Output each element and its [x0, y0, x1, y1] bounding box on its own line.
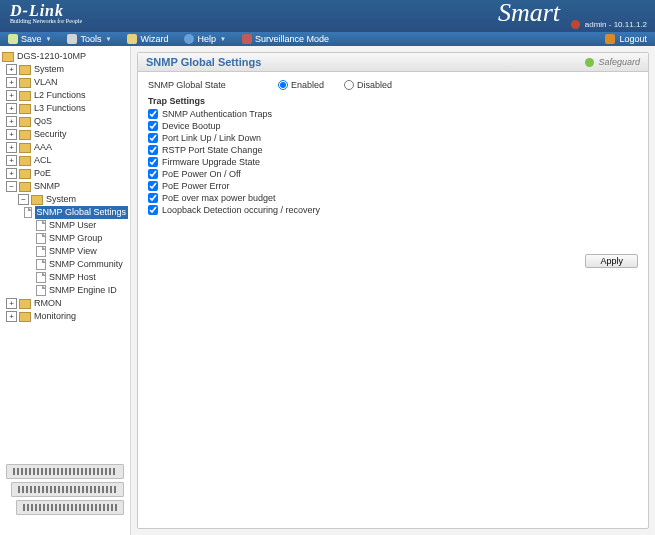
tree-root[interactable]: DGS-1210-10MP [2, 50, 128, 63]
tree-item-l3-functions[interactable]: +L3 Functions [2, 102, 128, 115]
header-bar: D-Link Building Networks for People Smar… [0, 0, 655, 32]
tree-leaf-snmp-group[interactable]: SNMP Group [2, 232, 128, 245]
trap-settings-heading: Trap Settings [148, 96, 638, 106]
toggle-icon[interactable]: + [6, 168, 17, 179]
apply-button[interactable]: Apply [585, 254, 638, 268]
safeguard-badge: Safeguard [585, 57, 640, 67]
trap-checkbox-2[interactable] [148, 133, 158, 143]
trap-checkbox-7[interactable] [148, 193, 158, 203]
toggle-icon[interactable]: + [6, 298, 17, 309]
radio-enabled[interactable]: Enabled [278, 80, 324, 90]
wizard-icon [127, 34, 137, 44]
toggle-icon[interactable]: + [6, 77, 17, 88]
panel-title-bar: SNMP Global Settings Safeguard [138, 53, 648, 72]
tree-leaf-snmp-global-settings[interactable]: SNMP Global Settings [2, 206, 128, 219]
trap-checkbox-3[interactable] [148, 145, 158, 155]
page-icon [24, 207, 31, 218]
trap-6[interactable]: PoE Power Error [148, 180, 638, 192]
tree-item-aaa[interactable]: +AAA [2, 141, 128, 154]
radio-enabled-input[interactable] [278, 80, 288, 90]
brand-tagline: Building Networks for People [10, 18, 82, 24]
menu-tools[interactable]: Tools▼ [59, 34, 119, 44]
trap-5[interactable]: PoE Power On / Off [148, 168, 638, 180]
folder-icon [19, 182, 31, 192]
tree-item-monitoring[interactable]: +Monitoring [2, 310, 128, 323]
settings-panel: SNMP Global Settings Safeguard SNMP Glob… [137, 52, 649, 529]
radio-disabled-input[interactable] [344, 80, 354, 90]
trap-8[interactable]: Loopback Detection occuring / recovery [148, 204, 638, 216]
menu-help[interactable]: Help▼ [176, 34, 233, 44]
tree-item-rmon[interactable]: +RMON [2, 297, 128, 310]
panel-title: SNMP Global Settings [146, 56, 261, 68]
main-area: SNMP Global Settings Safeguard SNMP Glob… [131, 46, 655, 535]
tree-item-l2-functions[interactable]: +L2 Functions [2, 89, 128, 102]
surveillance-icon [242, 34, 252, 44]
toggle-icon[interactable]: − [6, 181, 17, 192]
trap-checkbox-1[interactable] [148, 121, 158, 131]
avatar-icon [571, 20, 580, 29]
trap-checkbox-0[interactable] [148, 109, 158, 119]
toggle-icon[interactable]: + [6, 116, 17, 127]
trap-checkbox-6[interactable] [148, 181, 158, 191]
page-icon [36, 259, 46, 270]
toggle-icon[interactable]: + [6, 142, 17, 153]
menu-surveillance[interactable]: Surveillance Mode [234, 34, 337, 44]
safeguard-icon [585, 58, 594, 67]
global-state-label: SNMP Global State [148, 80, 278, 90]
save-icon [8, 34, 18, 44]
radio-disabled[interactable]: Disabled [344, 80, 392, 90]
trap-checkbox-4[interactable] [148, 157, 158, 167]
toggle-icon[interactable]: − [18, 194, 29, 205]
tree-item-snmp[interactable]: −SNMP [2, 180, 128, 193]
folder-icon [19, 312, 31, 322]
page-icon [36, 220, 46, 231]
folder-icon [19, 143, 31, 153]
toggle-icon[interactable]: + [6, 129, 17, 140]
tree-item-poe[interactable]: +PoE [2, 167, 128, 180]
chevron-down-icon: ▼ [46, 36, 52, 42]
folder-icon [19, 104, 31, 114]
tree-item-vlan[interactable]: +VLAN [2, 76, 128, 89]
trap-checkbox-5[interactable] [148, 169, 158, 179]
trap-checkbox-8[interactable] [148, 205, 158, 215]
tree-item-acl[interactable]: +ACL [2, 154, 128, 167]
logout-button[interactable]: Logout [605, 32, 647, 46]
trap-1[interactable]: Device Bootup [148, 120, 638, 132]
folder-icon [31, 195, 43, 205]
page-icon [36, 272, 46, 283]
page-icon [36, 285, 46, 296]
chevron-down-icon: ▼ [105, 36, 111, 42]
trap-2[interactable]: Port Link Up / Link Down [148, 132, 638, 144]
trap-4[interactable]: Firmware Upgrade State [148, 156, 638, 168]
tree-leaf-snmp-engine-id[interactable]: SNMP Engine ID [2, 284, 128, 297]
apply-container: Apply [585, 254, 638, 268]
menu-save[interactable]: Save▼ [0, 34, 59, 44]
tree-item-security[interactable]: +Security [2, 128, 128, 141]
toggle-icon[interactable]: + [6, 64, 17, 75]
folder-icon [19, 117, 31, 127]
toggle-icon[interactable]: + [6, 103, 17, 114]
toggle-icon[interactable]: + [6, 311, 17, 322]
brand-logo: D-Link Building Networks for People [10, 2, 82, 24]
tree-leaf-snmp-host[interactable]: SNMP Host [2, 271, 128, 284]
toggle-icon[interactable]: + [6, 155, 17, 166]
brand-name: D-Link [10, 2, 64, 19]
trap-0[interactable]: SNMP Authentication Traps [148, 108, 638, 120]
admin-info: admin - 10.11.1.2 [571, 20, 648, 29]
folder-icon [19, 65, 31, 75]
help-icon [184, 34, 194, 44]
tools-icon [67, 34, 77, 44]
toggle-icon[interactable]: + [6, 90, 17, 101]
page-icon [36, 233, 46, 244]
trap-3[interactable]: RSTP Port State Change [148, 144, 638, 156]
tree-item-qos[interactable]: +QoS [2, 115, 128, 128]
tree-leaf-snmp-view[interactable]: SNMP View [2, 245, 128, 258]
logout-icon [605, 34, 615, 44]
tree-item-snmp-system[interactable]: −System [2, 193, 128, 206]
trap-7[interactable]: PoE over max power budget [148, 192, 638, 204]
menu-wizard[interactable]: Wizard [119, 34, 176, 44]
tree-leaf-snmp-community[interactable]: SNMP Community [2, 258, 128, 271]
tree-item-system[interactable]: +System [2, 63, 128, 76]
tree-leaf-snmp-user[interactable]: SNMP User [2, 219, 128, 232]
nav-tree: DGS-1210-10MP +System+VLAN+L2 Functions+… [0, 46, 130, 327]
